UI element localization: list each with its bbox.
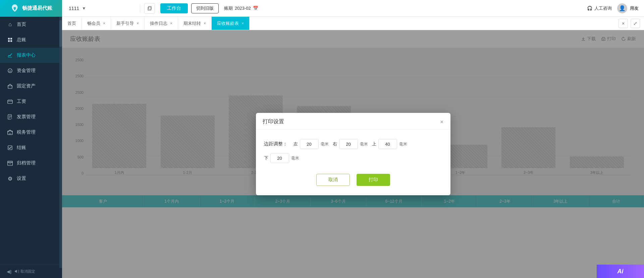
sidebar-item-home[interactable]: ⌂ 首页	[0, 17, 62, 32]
tab-maximize-button[interactable]: ⤢	[631, 19, 640, 28]
svg-rect-3	[10, 38, 12, 40]
sidebar-collapse-button[interactable]: ◀‖ ◀‖ 取消固定	[0, 265, 62, 278]
invoice-icon	[7, 114, 13, 120]
sidebar-item-assets[interactable]: 固定资产	[0, 78, 62, 94]
header-right: 🎧 人工咨询 👤 用友	[587, 3, 639, 13]
dialog-footer: 取消 打印	[256, 171, 450, 195]
sidebar-item-salary[interactable]: 工资	[0, 94, 62, 109]
scroll-thumb	[59, 20, 62, 47]
assets-icon	[7, 83, 13, 89]
archive-icon	[7, 160, 13, 166]
tab-ar-aging-label: 应收账龄表	[217, 20, 239, 26]
tab-member-label: 畅会员	[87, 20, 100, 26]
margin-bottom-label: 下	[264, 155, 268, 161]
sidebar-item-tax[interactable]: 税务管理	[0, 125, 62, 140]
copy-button[interactable]	[144, 3, 155, 14]
svg-rect-22	[8, 146, 12, 150]
company-selector[interactable]: 1111 ▼	[69, 6, 136, 11]
margin-bottom-input[interactable]	[270, 153, 289, 163]
ai-badge[interactable]: Ai	[597, 265, 644, 278]
company-dropdown-icon: ▼	[82, 6, 86, 11]
dialog-body: 边距调整： 左 毫米 右 毫米 上	[256, 130, 450, 171]
margin-right-input[interactable]	[339, 139, 358, 149]
sidebar-item-settings[interactable]: ⚙ 设置	[0, 171, 62, 186]
sidebar: ⌂ 首页 总账 报表中心	[0, 17, 62, 278]
margin-left-input[interactable]	[300, 139, 319, 149]
workbench-button[interactable]: 工作台	[160, 3, 188, 13]
header-divider-1	[140, 4, 140, 12]
ledger-icon	[7, 37, 13, 43]
confirm-print-button[interactable]: 打印	[357, 174, 390, 186]
dialog-close-button[interactable]: ×	[440, 119, 444, 125]
tab-home[interactable]: 首页	[62, 17, 82, 30]
margin-top-input[interactable]	[378, 139, 397, 149]
sidebar-item-funds[interactable]: ¥ 资金管理	[0, 63, 62, 78]
sidebar-label-tax: 税务管理	[17, 129, 36, 135]
tab-oplog-close[interactable]: ×	[170, 21, 172, 26]
svg-rect-9	[8, 86, 12, 88]
sidebar-label-home: 首页	[17, 21, 26, 27]
cancel-button[interactable]: 取消	[316, 174, 350, 186]
margin-row: 边距调整： 左 毫米 右 毫米 上	[264, 139, 442, 163]
dialog-overlay: 打印设置 × 边距调整： 左 毫米 右 毫米	[62, 30, 644, 278]
period-label: 账期	[224, 5, 233, 11]
logo-text: 畅捷通易代账	[22, 5, 52, 11]
margin-bottom-unit: 毫米	[291, 155, 299, 161]
main-content: 首页 畅会员 × 新手引导 × 操作日志 × 期末结转 × 应收账龄表 × × …	[62, 17, 644, 278]
tab-member-close[interactable]: ×	[103, 21, 105, 26]
margin-left-label: 左	[293, 141, 298, 147]
collapse-label: ◀‖ 取消固定	[14, 269, 35, 274]
sidebar-item-closing[interactable]: 结账	[0, 140, 62, 155]
sidebar-label-ledger: 总账	[17, 37, 26, 43]
margin-right-unit: 毫米	[360, 141, 368, 147]
calendar-icon[interactable]: 📅	[253, 6, 258, 11]
user-avatar: 👤	[617, 3, 627, 13]
margin-top-group: 上 毫米	[372, 139, 407, 149]
margin-label: 边距调整：	[264, 141, 287, 147]
tab-close-all-button[interactable]: ×	[619, 19, 628, 28]
settings-icon: ⚙	[7, 175, 13, 182]
scroll-indicator	[59, 17, 62, 268]
dialog-header: 打印设置 ×	[256, 113, 450, 130]
headset-icon: 🎧	[587, 6, 592, 11]
tab-ar-aging[interactable]: 应收账龄表 ×	[212, 17, 250, 30]
tab-home-label: 首页	[67, 20, 76, 26]
sidebar-scroll: ⌂ 首页 总账 报表中心	[0, 17, 62, 265]
tab-guide-close[interactable]: ×	[137, 21, 139, 26]
switch-version-button[interactable]: 切到旧版	[191, 3, 219, 13]
svg-rect-2	[8, 38, 10, 40]
tab-period-end-label: 期末结转	[183, 20, 201, 26]
sidebar-label-salary: 工资	[17, 98, 26, 105]
sidebar-item-ledger[interactable]: 总账	[0, 32, 62, 48]
tab-actions: × ⤢	[614, 17, 644, 30]
user-area[interactable]: 👤 用友	[617, 3, 639, 13]
logo-area: 畅捷通易代账	[0, 0, 62, 17]
user-name: 用友	[630, 5, 639, 11]
funds-icon: ¥	[7, 67, 13, 74]
logo-icon	[10, 4, 19, 13]
closing-icon	[7, 144, 13, 151]
tab-oplog-label: 操作日志	[150, 20, 167, 26]
reports-icon	[7, 52, 13, 59]
sidebar-label-invoice: 发票管理	[17, 114, 36, 120]
tab-guide[interactable]: 新手引导 ×	[111, 17, 145, 30]
tab-period-end-close[interactable]: ×	[204, 21, 206, 26]
svg-rect-4	[8, 40, 10, 42]
tab-member[interactable]: 畅会员 ×	[82, 17, 111, 30]
support-button[interactable]: 🎧 人工咨询	[587, 5, 612, 11]
support-label: 人工咨询	[594, 5, 612, 11]
home-icon: ⌂	[7, 21, 13, 28]
svg-rect-0	[148, 7, 151, 10]
page-content: 应收账龄表 下载 打印	[62, 30, 644, 278]
sidebar-item-archive[interactable]: 归档管理	[0, 155, 62, 171]
period-area: 账期 2023-02 📅	[224, 5, 258, 11]
tab-oplog[interactable]: 操作日志 ×	[145, 17, 178, 30]
svg-rect-10	[8, 100, 12, 103]
salary-icon	[7, 98, 13, 105]
sidebar-item-reports[interactable]: 报表中心	[0, 48, 62, 63]
sidebar-label-archive: 归档管理	[17, 160, 36, 166]
tab-period-end[interactable]: 期末结转 ×	[178, 17, 212, 30]
tab-ar-aging-close[interactable]: ×	[241, 21, 244, 26]
margin-left-group: 左 毫米	[293, 139, 329, 149]
sidebar-item-invoice[interactable]: 发票管理	[0, 109, 62, 125]
